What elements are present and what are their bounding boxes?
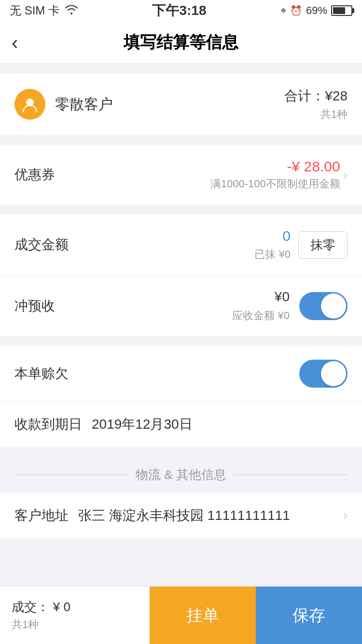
logistics-line-left	[14, 475, 128, 475]
carrier-label: 无 SIM 卡	[10, 3, 60, 18]
deal-erased-label: 已抹 ¥0	[254, 247, 291, 262]
address-chevron-icon: ›	[343, 508, 348, 523]
debt-toggle[interactable]	[299, 360, 348, 388]
customer-name: 零散客户	[55, 95, 284, 114]
deal-amount-value[interactable]: 0	[282, 228, 291, 244]
pre-receivable-label: 应收金额 ¥0	[232, 308, 290, 323]
coupon-row[interactable]: 优惠券 -¥ 28.00 满1000-100不限制使用金额 ›	[0, 145, 362, 205]
coupon-label: 优惠券	[14, 166, 210, 184]
customer-total-count: 共1种	[284, 107, 348, 122]
coupon-card: 优惠券 -¥ 28.00 满1000-100不限制使用金额 ›	[0, 145, 362, 205]
pre-receive-right: ¥0 应收金额 ¥0	[232, 289, 290, 323]
bottom-bar: 成交： ¥ 0 共1种 挂单 保存	[0, 586, 362, 644]
alarm-icon: ⏰	[290, 5, 302, 16]
battery-percent: 69%	[306, 4, 327, 17]
back-button[interactable]: ‹	[12, 33, 18, 52]
wifi-icon	[65, 4, 78, 17]
pre-receive-label: 冲预收	[14, 297, 232, 315]
pre-receive-amount: ¥0	[275, 289, 290, 305]
pre-receive-row: 冲预收 ¥0 应收金额 ¥0	[0, 276, 362, 336]
customer-row: 零散客户 合计：¥28 共1种	[0, 73, 362, 135]
logistics-header: 物流 & 其他信息	[0, 457, 362, 493]
logistics-label: 物流 & 其他信息	[136, 466, 226, 483]
bottom-deal-line: 成交： ¥ 0	[12, 599, 138, 616]
due-date-label: 收款到期日	[14, 415, 82, 434]
logistics-line-right	[234, 475, 348, 475]
address-card: 客户地址 张三 海淀永丰科技园 11111111111 ›	[0, 493, 362, 538]
coupon-right: -¥ 28.00 满1000-100不限制使用金额	[210, 158, 340, 191]
coupon-discount: -¥ 28.00	[287, 158, 340, 175]
pre-receive-toggle[interactable]	[299, 292, 348, 320]
deal-amount-row: 成交金额 0 已抹 ¥0 抹零	[0, 214, 362, 276]
nav-bar: ‹ 填写结算等信息	[0, 21, 362, 64]
round-button[interactable]: 抹零	[298, 231, 348, 259]
page-title: 填写结算等信息	[124, 31, 238, 54]
time-label: 下午3:18	[152, 1, 206, 20]
coupon-description: 满1000-100不限制使用金额	[210, 177, 340, 191]
bottom-count: 共1种	[12, 617, 138, 632]
toggle-knob	[321, 294, 346, 319]
save-button[interactable]: 保存	[256, 587, 362, 644]
deal-amount-label: 成交金额	[14, 236, 254, 254]
customer-card: 零散客户 合计：¥28 共1种	[0, 73, 362, 135]
status-left: 无 SIM 卡	[10, 3, 78, 18]
address-row[interactable]: 客户地址 张三 海淀永丰科技园 11111111111 ›	[0, 493, 362, 538]
location-icon: ⌖	[280, 4, 286, 17]
status-bar: 无 SIM 卡 下午3:18 ⌖ ⏰ 69%	[0, 0, 362, 21]
debt-card: 本单赊欠 收款到期日 2019年12月30日	[0, 346, 362, 447]
hang-button[interactable]: 挂单	[150, 587, 256, 644]
due-date-row: 收款到期日 2019年12月30日	[0, 402, 362, 447]
bottom-deal-amount: ¥ 0	[53, 600, 70, 614]
address-label: 客户地址	[14, 506, 69, 525]
debt-row: 本单赊欠	[0, 346, 362, 402]
debt-label: 本单赊欠	[14, 364, 290, 383]
bottom-deal-label: 成交：	[12, 600, 49, 614]
status-right: ⌖ ⏰ 69%	[280, 4, 352, 17]
deal-card: 成交金额 0 已抹 ¥0 抹零 冲预收 ¥0 应收金额 ¥0	[0, 214, 362, 336]
avatar	[14, 89, 45, 120]
deal-amount-wrap: 0 已抹 ¥0	[254, 228, 291, 262]
chevron-right-icon: ›	[343, 167, 348, 182]
customer-total-amount: 合计：¥28	[284, 87, 348, 105]
battery-icon	[331, 5, 352, 16]
address-value: 张三 海淀永丰科技园 11111111111	[78, 506, 340, 525]
customer-total: 合计：¥28 共1种	[284, 87, 348, 122]
debt-toggle-knob	[321, 361, 346, 386]
due-date-value: 2019年12月30日	[92, 415, 193, 434]
bottom-info: 成交： ¥ 0 共1种	[0, 599, 150, 632]
